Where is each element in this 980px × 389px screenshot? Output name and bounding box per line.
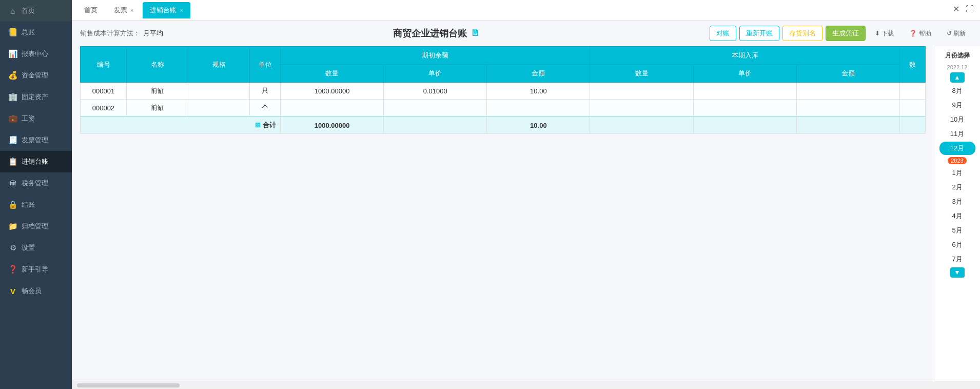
sub-header-opening-qty: 数量: [281, 65, 384, 83]
data-table: 编号 名称 规格 单位 期初余额 本期入库 数 数量 单价 金额 数: [80, 46, 926, 134]
sidebar-item-label: 资金管理: [22, 71, 48, 80]
year-2022-label: 2022.12: [947, 63, 968, 71]
sidebar-item-label: 结账: [22, 200, 35, 209]
total-opening-qty: 1000.00000: [281, 116, 384, 134]
table-row[interactable]: 000002 前缸 个: [81, 100, 926, 117]
table-wrapper: 编号 名称 规格 单位 期初余额 本期入库 数 数量 单价 金额 数: [72, 46, 934, 381]
cell-in-amount: [796, 83, 899, 100]
month-item-2023-1[interactable]: 1月: [939, 166, 975, 180]
sub-header-opening-amount: 金额: [487, 65, 590, 83]
tab-purchase-sales-close[interactable]: ×: [180, 7, 183, 13]
month-item-2023-7[interactable]: 7月: [939, 252, 975, 266]
month-item-2023-4[interactable]: 4月: [939, 209, 975, 223]
sidebar-item-archive-management[interactable]: 📁 归档管理: [0, 216, 72, 237]
purchase-icon: 📋: [8, 157, 17, 166]
month-item-2023-2[interactable]: 2月: [939, 181, 975, 194]
tab-invoice[interactable]: 发票 ×: [107, 2, 141, 18]
month-nav-up-button[interactable]: ▲: [950, 72, 965, 83]
refresh-icon: ↺: [947, 30, 953, 37]
sidebar-item-salary[interactable]: 💼 工资: [0, 108, 72, 129]
tab-home[interactable]: 首页: [77, 2, 105, 18]
cell-in-amount: [796, 100, 899, 117]
total-in-qty: [590, 116, 693, 134]
cell-opening-price: [384, 100, 487, 117]
month-item-8[interactable]: 8月: [939, 84, 975, 98]
year-2023-tag: 2023: [948, 157, 966, 164]
cost-method-label: 销售成本计算方法：: [80, 29, 140, 38]
month-item-11[interactable]: 11月: [939, 127, 975, 141]
download-icon: ⬇: [875, 30, 881, 37]
col-header-name: 名称: [127, 47, 188, 83]
table-month-container: 编号 名称 规格 单位 期初余额 本期入库 数 数量 单价 金额 数: [72, 46, 980, 381]
sidebar-item-member[interactable]: V 畅会员: [0, 280, 72, 302]
sidebar-item-label: 税务管理: [22, 179, 48, 188]
sidebar-item-label: 畅会员: [22, 286, 42, 296]
month-item-2023-5[interactable]: 5月: [939, 224, 975, 237]
archive-icon: 📁: [8, 222, 17, 231]
sidebar-item-report-center[interactable]: 📊 报表中心: [0, 43, 72, 65]
sidebar-item-label: 工资: [22, 114, 35, 123]
month-item-12[interactable]: 12月: [939, 142, 975, 155]
sidebar-item-fixed-assets[interactable]: 🏢 固定资产: [0, 86, 72, 108]
assets-icon: 🏢: [8, 92, 17, 102]
cell-data: [900, 83, 926, 100]
ledger-icon: 📒: [8, 28, 17, 37]
total-in-price: [693, 116, 796, 134]
refresh-button[interactable]: ↺ 刷新: [940, 27, 972, 41]
sidebar-item-new-user-guide[interactable]: ❓ 新手引导: [0, 259, 72, 280]
total-row: ⊞ 合计 1000.00000 10.00: [81, 116, 926, 134]
generate-voucher-button[interactable]: 生成凭证: [826, 26, 866, 41]
month-item-9[interactable]: 9月: [939, 99, 975, 112]
cell-name: 前缸: [127, 83, 188, 100]
sub-header-opening-price: 单价: [384, 65, 487, 83]
sidebar-item-closing[interactable]: 🔒 结账: [0, 194, 72, 216]
total-opening-price: [384, 116, 487, 134]
sidebar-item-label: 发票管理: [22, 135, 48, 145]
month-item-10[interactable]: 10月: [939, 113, 975, 126]
page-title-edit-icon[interactable]: 🖹: [471, 29, 479, 38]
reopen-button[interactable]: 重新开账: [739, 26, 779, 41]
main-area: ✕ ⛶ 首页 发票 × 进销台账 × 销售成本计算方法： 月平均 商贸企业进销台…: [72, 0, 980, 389]
content-area: 销售成本计算方法： 月平均 商贸企业进销台账 🖹 对账 重新开账 存货别名 生成…: [72, 21, 980, 389]
cell-code: 000002: [81, 100, 127, 117]
sidebar-item-home[interactable]: ⌂ 首页: [0, 0, 72, 22]
cell-in-qty: [590, 100, 693, 117]
help-button[interactable]: ❓ 帮助: [903, 27, 937, 41]
cell-unit: 个: [250, 100, 281, 117]
toolbar: 销售成本计算方法： 月平均 商贸企业进销台账 🖹 对账 重新开账 存货别名 生成…: [72, 21, 980, 46]
cell-opening-qty: [281, 100, 384, 117]
invoice-icon: 🧾: [8, 135, 17, 145]
download-button[interactable]: ⬇ 下载: [869, 27, 900, 41]
cell-unit: 只: [250, 83, 281, 100]
close-window-button[interactable]: ✕: [952, 3, 961, 15]
sub-header-in-qty: 数量: [590, 65, 693, 83]
reconcile-button[interactable]: 对账: [710, 26, 736, 41]
sidebar: ⌂ 首页 📒 总账 📊 报表中心 💰 资金管理 🏢 固定资产 💼 工资 🧾 发票…: [0, 0, 72, 389]
month-nav-down-button[interactable]: ▼: [950, 267, 965, 278]
tab-purchase-sales[interactable]: 进销台账 ×: [143, 2, 190, 18]
cell-spec: [188, 100, 250, 117]
table-row[interactable]: 000001 前缸 只 1000.00000 0.01000 10.00: [81, 83, 926, 100]
sidebar-item-purchase-sales-ledger[interactable]: 📋 进销台账: [0, 151, 72, 172]
window-controls: ✕ ⛶: [952, 3, 975, 15]
sidebar-item-label: 进销台账: [22, 157, 48, 166]
scrollbar-area[interactable]: [72, 381, 980, 389]
month-item-2023-6[interactable]: 6月: [939, 238, 975, 251]
expand-window-button[interactable]: ⛶: [965, 3, 975, 15]
cell-opening-qty: 1000.00000: [281, 83, 384, 100]
guide-icon: ❓: [8, 265, 17, 274]
sidebar-item-fund-management[interactable]: 💰 资金管理: [0, 65, 72, 86]
tab-invoice-close[interactable]: ×: [130, 7, 133, 13]
tax-icon: 🏛: [8, 179, 17, 188]
horizontal-scrollbar[interactable]: [77, 383, 180, 387]
sidebar-item-settings[interactable]: ⚙ 设置: [0, 237, 72, 259]
col-header-unit: 单位: [250, 47, 281, 83]
month-item-2023-3[interactable]: 3月: [939, 195, 975, 208]
sidebar-item-label: 总账: [22, 28, 35, 37]
tab-home-label: 首页: [84, 6, 97, 15]
sidebar-item-invoice-management[interactable]: 🧾 发票管理: [0, 129, 72, 151]
sidebar-item-tax-management[interactable]: 🏛 税务管理: [0, 172, 72, 194]
save-alias-button[interactable]: 存货别名: [782, 26, 822, 41]
fund-icon: 💰: [8, 71, 17, 80]
sidebar-item-general-ledger[interactable]: 📒 总账: [0, 22, 72, 43]
